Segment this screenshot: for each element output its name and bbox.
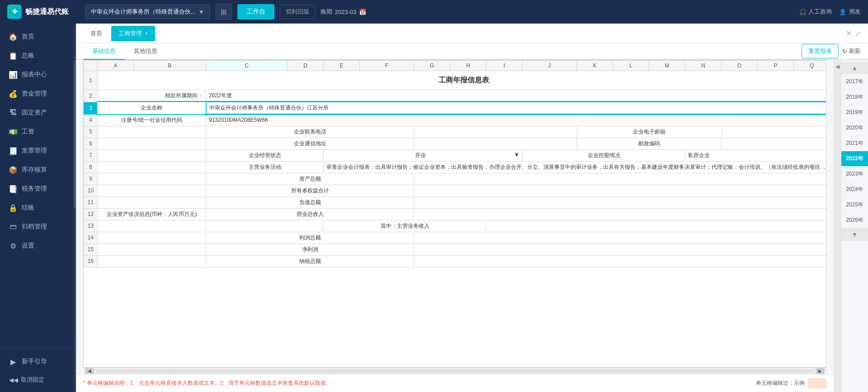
cell-16-G[interactable] (414, 255, 827, 267)
sidebar-item-close[interactable]: 🔒 结账 (0, 198, 76, 217)
year-item-2025[interactable]: 2025年 (841, 197, 868, 213)
company-selector[interactable]: 中审众环会计师事务所（特殊普通合伙... ▼ (85, 5, 210, 19)
sidebar-item-fixed[interactable]: 🏗 固定资产 (0, 103, 76, 122)
year-item-2017[interactable]: 2017年 (841, 74, 868, 90)
sidebar-item-fund[interactable]: 💰 资金管理 (0, 84, 76, 103)
sub-tab-basic[interactable]: 基础信息 (83, 43, 125, 60)
cell-15-G[interactable] (414, 244, 827, 255)
cell-4-C[interactable]: 91320100MA208E5W6K (206, 114, 827, 126)
sidebar-bottom: ▶ 新手引导 ◀◀ 取消固定 (0, 348, 76, 388)
doc-icon-button[interactable]: ⊞ (216, 4, 232, 20)
panel-expand-icon[interactable]: ⤢ (855, 30, 861, 37)
col-header-G: G (414, 61, 450, 71)
year-item-2026[interactable]: 2026年 (841, 213, 868, 228)
cell-3-C[interactable]: 中审众环会计师事务所（特殊普通合伙）江苏分所 (206, 102, 827, 114)
table-row: 11 负债总额 (84, 196, 827, 208)
sidebar: 🏠 首页 📋 总账 📊 报表中心 💰 资金管理 🏗 固定资产 💵 工资 🧾 发票… (0, 24, 76, 392)
year-item-2021[interactable]: 2021年 (841, 136, 868, 151)
cell-6-G[interactable] (414, 138, 577, 149)
cell-7-J: 企业控股情况 (523, 149, 685, 161)
sidebar-label-fixed: 固定资产 (22, 109, 47, 117)
sidebar-pin-label: 取消固定 (21, 376, 44, 384)
col-header-D: D (288, 61, 324, 71)
row-num-1: 1 (84, 71, 98, 90)
refresh-button[interactable]: ↻ 刷新 (842, 47, 861, 55)
row-num-7: 7 (84, 149, 98, 161)
cell-10-AB (98, 185, 206, 196)
year-item-2020[interactable]: 2020年 (841, 120, 868, 136)
cell-10-G[interactable] (414, 185, 827, 196)
cell-5-N[interactable] (722, 126, 827, 138)
cell-12-C: 营业总收入 (206, 208, 414, 220)
cell-5-G[interactable] (414, 126, 577, 138)
h-scroll-left-button[interactable]: ◀ (85, 368, 94, 374)
year-item-2023[interactable]: 2023年 (841, 167, 868, 182)
tax-icon: 📑 (9, 185, 17, 193)
company-dropdown-icon: ▼ (198, 9, 204, 15)
sidebar-label-tax: 税务管理 (22, 185, 47, 193)
h-scroll-right-button[interactable]: ▶ (816, 368, 825, 374)
sidebar-item-invoice[interactable]: 🧾 发票管理 (0, 141, 76, 160)
status-hint: * 单元格编辑说明：1、点击单元格直接录入数值或文本。2、清空单元格数值或文本恢… (83, 379, 331, 387)
cell-2-AB: 税款所属期间： (98, 90, 206, 102)
sidebar-pin-button[interactable]: ◀◀ 取消固定 (0, 371, 76, 388)
year-panel-down-button[interactable]: ▼ (841, 228, 868, 241)
tab-bizadmin[interactable]: 工商管理 × (111, 26, 155, 41)
app-name: 畅捷通易代账 (25, 7, 69, 17)
sidebar-scrollbar (73, 60, 76, 208)
panel-close-icon[interactable]: ✕ (846, 29, 852, 38)
sidebar-item-ledger[interactable]: 📋 总账 (0, 46, 76, 65)
sidebar-item-salary[interactable]: 💵 工资 (0, 122, 76, 141)
year-item-2018[interactable]: 2018年 (841, 90, 868, 105)
cell-13-I[interactable] (486, 220, 827, 232)
sub-tab-other[interactable]: 其他信息 (125, 43, 166, 60)
cell-6-C: 企业通信地址 (206, 138, 414, 149)
cell-7-N[interactable]: 私营企业 (685, 149, 827, 161)
user-area[interactable]: 👤 用友 (839, 8, 861, 16)
sidebar-item-archive[interactable]: 🗃 归档管理 (0, 217, 76, 236)
right-collapse-panel[interactable]: ◀ (834, 60, 841, 392)
col-header-E: E (324, 61, 360, 71)
logo-area: ✦ 畅捷通易代账 (7, 5, 80, 19)
cell-5-AB (98, 126, 206, 138)
tab-home[interactable]: 首页 (83, 26, 109, 41)
cell-8-E[interactable]: 审查企业会计报表；出具审计报告；验证企业资本；出具验资报告；办理企业合开、分立、… (324, 161, 827, 173)
sidebar-item-report[interactable]: 📊 报表中心 (0, 65, 76, 84)
cell-2-C[interactable]: 2022年度 (206, 90, 827, 102)
cell-14-G[interactable] (414, 232, 827, 244)
col-header-C: C (206, 61, 288, 71)
col-header-P: P (758, 61, 794, 71)
year-item-2024[interactable]: 2024年 (841, 182, 868, 197)
sidebar-item-newbie[interactable]: ▶ 新手引导 (0, 352, 76, 371)
table-row: 9 资产总额 (84, 173, 827, 185)
headset-icon: 🎧 (799, 9, 807, 15)
year-item-2019[interactable]: 2019年 (841, 105, 868, 120)
h-scroll-track[interactable] (96, 369, 814, 373)
year-item-2022[interactable]: 2022年 (841, 151, 868, 167)
sidebar-item-inventory[interactable]: 📦 库存核算 (0, 160, 76, 179)
reset-report-button[interactable]: 重置报表 (802, 44, 839, 58)
sidebar-item-tax[interactable]: 📑 税务管理 (0, 179, 76, 198)
sidebar-item-home[interactable]: 🏠 首页 (0, 27, 76, 46)
switch-version-button[interactable]: 切到旧版 (280, 5, 315, 19)
service-label: 人工咨询 (808, 8, 832, 16)
cell-7-E[interactable]: 开业 ▼ (324, 149, 523, 161)
period-info: 账期 2023-03 📅 (321, 8, 367, 16)
service-button[interactable]: 🎧 人工咨询 (799, 8, 832, 16)
cell-9-G[interactable] (414, 173, 827, 185)
cell-6-N[interactable] (722, 138, 827, 149)
sidebar-item-settings[interactable]: ⚙ 设置 (0, 236, 76, 255)
inventory-icon: 📦 (9, 166, 17, 174)
workbench-button[interactable]: 工作台 (237, 4, 274, 19)
cell-7-AB (98, 149, 206, 161)
col-header-L: L (613, 61, 649, 71)
cell-12-G[interactable] (414, 208, 827, 220)
calendar-icon: 📅 (359, 9, 366, 15)
sidebar-label-ledger: 总账 (22, 52, 34, 60)
cell-6-J: 邮政编码 (577, 138, 722, 149)
year-panel-up-button[interactable]: ▲ (841, 62, 868, 74)
dropdown-arrow-icon: ▼ (514, 152, 519, 158)
cell-11-G[interactable] (414, 196, 827, 208)
tab-close-icon[interactable]: × (145, 30, 148, 37)
cell-8-AB (98, 161, 206, 173)
